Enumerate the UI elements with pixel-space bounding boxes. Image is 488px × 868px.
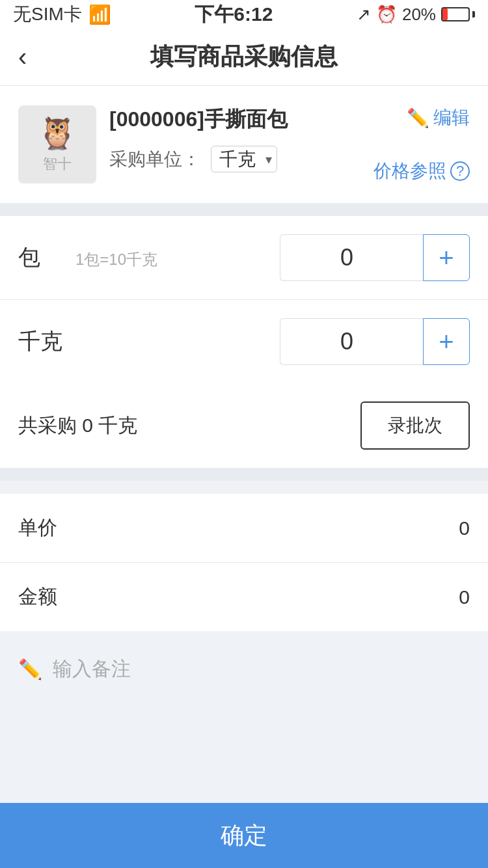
amount-value: 0 (459, 586, 470, 608)
location-icon: ↗ (357, 5, 371, 25)
owl-icon: 🦉 (38, 115, 77, 152)
summary-row: 共采购 0 千克 录批次 (0, 383, 488, 468)
alarm-icon: ⏰ (376, 5, 397, 25)
edit-label: 编辑 (433, 105, 470, 130)
remark-placeholder: 输入备注 (53, 656, 131, 683)
bao-input-row: 包 1包=10千克 + (0, 216, 488, 300)
kg-label: 千克 (18, 327, 70, 357)
bao-label-wrap: 包 1包=10千克 (18, 243, 267, 273)
unit-price-value: 0 (459, 517, 470, 539)
price-reference-button[interactable]: 价格参照 ? (373, 159, 470, 183)
pencil-icon: ✏️ (18, 658, 42, 681)
thumb-label: 智十 (43, 154, 72, 174)
edit-icon: ✏️ (407, 107, 429, 129)
page-title: 填写商品采购信息 (150, 41, 338, 73)
confirm-button[interactable]: 确定 (0, 803, 488, 868)
status-right: ↗ ⏰ 20% (357, 5, 475, 25)
price-ref-label: 价格参照 (373, 159, 446, 183)
status-bar: 无SIM卡 📶 下午6:12 ↗ ⏰ 20% (0, 0, 488, 29)
product-thumbnail: 🦉 智十 (18, 105, 96, 183)
unit-label: 采购单位： (109, 147, 200, 172)
price-section: 单价 0 金额 0 (0, 494, 488, 631)
back-button[interactable]: ‹ (18, 42, 27, 72)
carrier-label: 无SIM卡 (13, 2, 82, 27)
status-left: 无SIM卡 📶 (13, 2, 111, 27)
edit-button[interactable]: ✏️ 编辑 (407, 105, 470, 130)
bao-label: 包 (18, 243, 70, 273)
batch-button[interactable]: 录批次 (360, 401, 470, 450)
bao-qty-wrap: + (280, 234, 470, 281)
kg-label-wrap: 千克 (18, 327, 267, 357)
remark-section[interactable]: ✏️ 输入备注 (0, 632, 488, 706)
product-card: 🦉 智十 [0000006]手撕面包 采购单位： 千克 包 ✏️ 编辑 价格参照… (0, 86, 488, 203)
battery-percent: 20% (402, 5, 436, 25)
battery-indicator (441, 7, 475, 21)
unit-select-wrap[interactable]: 千克 包 (211, 146, 277, 172)
bao-sublabel: 1包=10千克 (75, 249, 157, 270)
section-divider-1 (0, 203, 488, 216)
kg-qty-input[interactable] (280, 318, 423, 365)
amount-label: 金额 (18, 584, 57, 610)
unit-price-label: 单价 (18, 515, 57, 541)
bao-plus-button[interactable]: + (423, 234, 470, 281)
summary-text: 共采购 0 千克 (18, 413, 137, 439)
section-divider-2 (0, 468, 488, 481)
input-section: 包 1包=10千克 + 千克 + (0, 216, 488, 383)
kg-input-row: 千克 + (0, 300, 488, 383)
unit-price-row: 单价 0 (0, 494, 488, 563)
nav-bar: ‹ 填写商品采购信息 (0, 29, 488, 86)
wifi-icon: 📶 (88, 4, 111, 25)
amount-row: 金额 0 (0, 563, 488, 631)
kg-plus-button[interactable]: + (423, 318, 470, 365)
price-ref-help-icon: ? (450, 161, 470, 181)
unit-select[interactable]: 千克 包 (211, 146, 277, 172)
bao-qty-input[interactable] (280, 234, 423, 281)
status-time: 下午6:12 (195, 1, 273, 28)
kg-qty-wrap: + (280, 318, 470, 365)
